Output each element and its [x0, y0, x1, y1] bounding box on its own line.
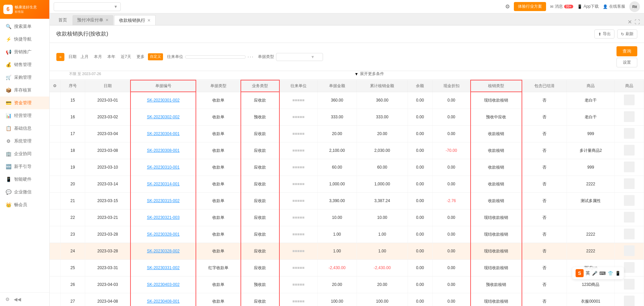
- bill-no-link[interactable]: SK-20230408-001: [147, 299, 179, 304]
- table-row[interactable]: 17 2023-03-04 SK-20230304-001 收款单 应收款 ■■…: [50, 125, 644, 142]
- cell-verified: 360.00: [357, 92, 408, 109]
- settings-footer-icon[interactable]: ⚙: [5, 297, 10, 302]
- bill-no-link[interactable]: SK-20230304-001: [147, 131, 179, 136]
- tab-receipt-close[interactable]: ✕: [147, 18, 151, 23]
- cell-include-settled: 否: [522, 176, 567, 192]
- settings-icon[interactable]: ⚙: [505, 3, 510, 10]
- user-avatar[interactable]: Rit: [629, 1, 640, 12]
- solution-button[interactable]: 体验行业方案: [514, 2, 546, 11]
- refresh-icon: ↻: [621, 32, 624, 37]
- table-row[interactable]: 20 2023-03-14 SK-20230314-001 收款单 应收款 ■■…: [50, 176, 644, 192]
- table-row[interactable]: 24 2023-03-28 SK-20230328-002 收款单 应收款 ■■…: [50, 243, 644, 259]
- operation-icon: 📊: [5, 113, 11, 118]
- bill-no-link[interactable]: SK-20230302-002: [147, 115, 179, 119]
- more-date-btn[interactable]: 更多: [135, 53, 147, 60]
- messages-area[interactable]: ✉ 消息 99+: [550, 4, 573, 9]
- keyboard-icon[interactable]: ⌨: [599, 271, 606, 276]
- bill-no-link[interactable]: SK-20230328-001: [147, 232, 179, 237]
- shirt-icon[interactable]: 👕: [608, 271, 613, 276]
- table-row[interactable]: 21 2023-03-15 SK-20230315-002 收款单 应收款 ■■…: [50, 192, 644, 209]
- table-row[interactable]: 22 2023-03-21 SK-20230321-003 收款单 应收款 ■■…: [50, 209, 644, 226]
- sidebar-item-search[interactable]: 🔍 搜索菜单: [0, 20, 49, 33]
- bill-no-link[interactable]: SK-20230314-001: [147, 182, 179, 186]
- bill-type-select[interactable]: ▼: [276, 53, 323, 61]
- this-month-btn[interactable]: 本月: [92, 53, 104, 60]
- sidebar-item-marketing[interactable]: 📢 营销推广: [0, 46, 49, 58]
- sidebar-item-inventory[interactable]: 📦 库存核算: [0, 84, 49, 97]
- sidebar-item-finance[interactable]: 💳 资金管理: [0, 97, 49, 109]
- bill-no-link[interactable]: SK-20230310-001: [147, 165, 179, 170]
- search-box[interactable]: ▼: [54, 2, 121, 11]
- table-row[interactable]: 15 2023-03-01 SK-20230301-002 收款单 应收款 ■■…: [50, 92, 644, 109]
- maximize-icon[interactable]: ⛶: [635, 19, 640, 25]
- cell-cash-discount: 0.00: [432, 243, 471, 259]
- expand-more-btn[interactable]: ▼ 展开更多条件: [355, 71, 384, 77]
- sidebar-item-quick-nav[interactable]: ⚡ 快捷导航: [0, 33, 49, 46]
- sidebar-item-enterprise[interactable]: 🏢 企业协同: [0, 147, 49, 160]
- table-row[interactable]: 27 2023-04-08 SK-20230408-001 收款单 应收款 ■■…: [50, 293, 644, 306]
- col-biz-type: 业务类型: [241, 80, 279, 92]
- table-row[interactable]: 23 2023-03-28 SK-20230328-001 收款单 应收款 ■■…: [50, 226, 644, 243]
- cell-counterpart: ■■■■■: [279, 125, 318, 142]
- table-row[interactable]: 26 2023-04-03 SK-20230403-002 收款单 预收款 ■■…: [50, 276, 644, 293]
- filter-toggle-btn[interactable]: »: [56, 53, 64, 61]
- finance-icon: 💳: [5, 100, 11, 106]
- table-row[interactable]: 25 2023-03-31 SK-20230331-002 红字收款单 应收款 …: [50, 259, 644, 276]
- custom-date-btn[interactable]: 自定义: [148, 53, 163, 60]
- sidebar-item-wechat[interactable]: 💬 企业微信: [0, 186, 49, 198]
- sidebar-item-sales[interactable]: 💰 销售管理: [0, 58, 49, 71]
- table-row[interactable]: 19 2023-03-10 SK-20230310-001 收款单 应收款 ■■…: [50, 159, 644, 176]
- sidebar-item-hardware[interactable]: 📱 智能硬件: [0, 173, 49, 186]
- sidebar-item-operation[interactable]: 📊 经营管理: [0, 109, 49, 122]
- collapse-icon[interactable]: ◀◀: [14, 297, 21, 302]
- sidebar-item-guide[interactable]: 🆕 新手引导: [0, 160, 49, 173]
- online-service-area[interactable]: 👤 在线客服: [603, 4, 625, 9]
- last-7-days-btn[interactable]: 近7天: [119, 53, 133, 60]
- counterpart-filter: 往来单位 ···: [167, 54, 254, 60]
- app-download-area[interactable]: 📱 App下载: [577, 4, 599, 9]
- table-row[interactable]: 18 2023-03-08 SK-20230308-001 收款单 应收款 ■■…: [50, 142, 644, 159]
- sidebar-item-label: 经营管理: [14, 113, 32, 119]
- topbar-actions: ⚙ 体验行业方案 ✉ 消息 99+ 📱 App下载 👤 在线客服 Rit: [505, 1, 640, 12]
- cell-seq: 22: [60, 209, 85, 226]
- bill-no-link[interactable]: SK-20230301-002: [147, 98, 179, 103]
- mic-icon[interactable]: 🎤: [592, 271, 597, 276]
- tab-receipt-verify[interactable]: 收款核销执行 ✕: [114, 15, 156, 25]
- close-all-icon[interactable]: ✕: [628, 19, 632, 25]
- col-gear[interactable]: ⚙: [50, 80, 60, 92]
- sidebar-item-system[interactable]: ⚙ 系统管理: [0, 135, 49, 147]
- logo-text: 畅康道好生意 标推版: [15, 5, 37, 14]
- bill-no-link[interactable]: SK-20230315-002: [147, 198, 179, 203]
- bill-no-link[interactable]: SK-20230331-002: [147, 265, 179, 270]
- cell-balance: 0.00: [408, 125, 432, 142]
- tab-prepay-verify[interactable]: 预付冲应付单 ✕: [72, 15, 113, 25]
- cell-cash-discount: 0.00: [432, 226, 471, 243]
- query-button[interactable]: 查询: [616, 46, 637, 56]
- cell-counterpart: ■■■■■: [279, 276, 318, 293]
- tab-home[interactable]: 首页: [54, 15, 72, 25]
- sidebar-item-label: 新手引导: [14, 164, 32, 170]
- refresh-button[interactable]: ↻ 刷新: [617, 29, 637, 39]
- mobile-icon[interactable]: 📱: [615, 271, 621, 276]
- table-row[interactable]: 16 2023-03-02 SK-20230302-002 收款单 预收款 ■■…: [50, 109, 644, 125]
- sidebar-item-purchase[interactable]: 🛒 采购管理: [0, 71, 49, 84]
- cell-goods: 2222: [567, 243, 614, 259]
- bill-no-link[interactable]: SK-20230321-003: [147, 215, 179, 220]
- purchase-icon: 🛒: [5, 75, 11, 80]
- counterpart-input[interactable]: [185, 55, 246, 59]
- bill-no-link[interactable]: SK-20230403-002: [147, 282, 179, 287]
- cell-seq: 25: [60, 259, 85, 276]
- sidebar-item-basic-info[interactable]: 📋 基础信息: [0, 122, 49, 135]
- last-month-btn[interactable]: 上月: [78, 53, 91, 60]
- cell-biz-type: 应收款: [241, 176, 279, 192]
- sidebar-item-member[interactable]: 👑 畅会员: [0, 198, 49, 211]
- filter-settings-button[interactable]: 设置: [616, 58, 637, 67]
- tab-prepay-close[interactable]: ✕: [105, 18, 109, 22]
- export-label: 导出: [603, 31, 611, 37]
- bill-no-link[interactable]: SK-20230328-002: [147, 249, 179, 253]
- cell-goods-img: [615, 192, 644, 209]
- this-year-btn[interactable]: 本年: [105, 53, 117, 60]
- bill-no-link[interactable]: SK-20230308-001: [147, 148, 179, 153]
- main-content: ▼ ⚙ 体验行业方案 ✉ 消息 99+ 📱 App下载 👤 在线客服 Rit 首…: [50, 0, 644, 306]
- export-button[interactable]: ⬆ 导出: [594, 29, 614, 39]
